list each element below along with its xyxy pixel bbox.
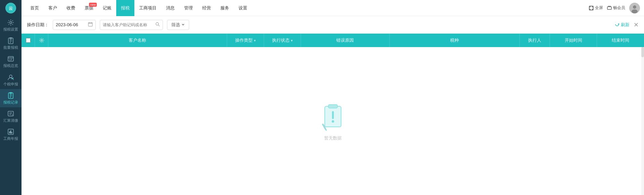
svg-point-6 [9,75,12,78]
table-body: 暂无数据 [22,47,644,195]
search-wrap[interactable] [100,20,163,30]
main-area: 首页客户收费票据new记账报税工商项目消息管理经营服务设置 全屏 畅会员 [22,0,644,195]
empty-text: 暂无数据 [324,135,342,141]
tax-settings-icon [7,19,14,26]
svg-point-19 [41,40,42,41]
nav-item-finance[interactable]: 经营 [198,0,216,16]
svg-rect-16 [88,23,92,26]
svg-point-14 [633,5,636,9]
refresh-icon [615,22,619,28]
svg-point-15 [632,9,638,13]
svg-rect-22 [332,111,334,119]
nav-items: 首页客户收费票据new记账报税工商项目消息管理经营服务设置 [26,0,589,16]
sidebar-label-tax-record: 报税记录 [3,100,18,105]
svg-rect-10 [8,129,13,134]
svg-point-2 [10,22,12,24]
refresh-label: 刷新 [621,22,630,28]
th-checkbox[interactable] [22,34,35,47]
th-start-time: 开始时间 [550,34,597,47]
empty-illustration [318,101,348,131]
svg-rect-11 [589,6,593,10]
nav-item-manage[interactable]: 管理 [179,0,198,16]
close-button[interactable]: ✕ [634,22,639,28]
content-area: 操作日期： 筛 [22,16,644,195]
sidebar-item-batch-tax[interactable]: 批量报税 [0,34,22,52]
tax-record-icon [7,92,14,99]
nav-item-invoice[interactable]: 票据new [80,0,98,16]
sidebar-item-tax-overview[interactable]: 报税总览 [0,52,22,71]
annual-report-icon [7,128,14,135]
nav-item-client[interactable]: 客户 [44,0,62,16]
date-label: 操作日期： [27,22,49,28]
sort-icon-optype: ▾ [254,39,256,42]
sidebar-logo: 云 [0,0,22,16]
topnav-right: 全屏 畅会员 [589,3,640,13]
th-client-name: 客户名称 [48,34,227,47]
svg-rect-12 [607,7,611,9]
logo-icon: 云 [5,3,16,13]
date-input-wrap[interactable] [53,20,96,30]
sort-icon-status: ▾ [291,39,293,42]
toolbar: 操作日期： 筛 [22,16,644,34]
filter-button[interactable]: 筛选 [167,20,189,30]
toolbar-right: 刷新 ✕ [615,22,639,28]
filter-label: 筛选 [171,22,180,28]
user-avatar[interactable] [629,3,640,13]
member-label: 畅会员 [613,5,625,11]
sidebar: 云 报税设置 批量报税 报税总览 个税申报 报税记录 汇算清缴 工商年报 [0,0,22,195]
svg-point-17 [156,23,159,25]
svg-line-18 [158,25,160,26]
th-end-time: 结束时间 [597,34,644,47]
tax-overview-icon [7,55,14,63]
th-exec-status[interactable]: 执行状态 ▾ [264,34,301,47]
nav-item-accounting[interactable]: 记账 [98,0,116,16]
sidebar-item-tax-record[interactable]: 报税记录 [0,89,22,107]
th-executor: 执行人 [520,34,550,47]
top-navigation: 首页客户收费票据new记账报税工商项目消息管理经营服务设置 全屏 畅会员 [22,0,644,16]
personal-tax-icon [7,74,14,81]
batch-tax-icon [7,37,14,44]
sidebar-label-annual-report: 工商年报 [3,136,18,141]
svg-rect-21 [328,105,337,108]
svg-point-23 [332,120,334,123]
empty-state: 暂无数据 [318,101,348,141]
chevron-down-icon [181,22,185,27]
nav-item-message[interactable]: 消息 [161,0,179,16]
calendar-icon [88,22,93,28]
th-gear [35,34,48,47]
th-op-type[interactable]: 操作类型 ▾ [227,34,264,47]
search-icon [155,22,160,28]
sidebar-item-annual-report[interactable]: 工商年报 [0,125,22,144]
th-tax-type: 税种 [390,34,520,47]
select-all-checkbox[interactable] [26,38,31,43]
date-input[interactable] [56,22,86,27]
fullscreen-button[interactable]: 全屏 [589,5,603,11]
scrollbar-thumb[interactable] [641,47,644,57]
svg-text:云: 云 [9,6,13,11]
calc-remit-icon [7,110,14,117]
table-header: 客户名称 操作类型 ▾ 执行状态 ▾ 错误原因 税种 执行人 [22,34,644,47]
fullscreen-label: 全屏 [595,5,603,11]
th-error-reason: 错误原因 [301,34,390,47]
sidebar-item-calc-remit[interactable]: 汇算清缴 [0,107,22,125]
sidebar-label-tax-overview: 报税总览 [3,64,18,68]
nav-item-tax[interactable]: 报税 [116,0,134,16]
sidebar-label-calc-remit: 汇算清缴 [3,118,18,123]
refresh-button[interactable]: 刷新 [615,22,630,28]
sidebar-label-personal-tax: 个税申报 [3,82,18,86]
sidebar-label-tax-settings: 报税设置 [3,27,18,32]
member-button[interactable]: 畅会员 [607,5,625,11]
sidebar-item-personal-tax[interactable]: 个税申报 [0,71,22,89]
sidebar-label-batch-tax: 批量报税 [3,45,18,50]
nav-item-service[interactable]: 服务 [216,0,234,16]
nav-item-billing[interactable]: 收费 [62,0,80,16]
nav-item-settings[interactable]: 设置 [234,0,252,16]
nav-item-home[interactable]: 首页 [26,0,44,16]
nav-badge-invoice: new [89,3,97,7]
table-wrap: 客户名称 操作类型 ▾ 执行状态 ▾ 错误原因 税种 执行人 [22,34,644,195]
svg-rect-5 [8,56,13,61]
sidebar-item-tax-settings[interactable]: 报税设置 [0,16,22,34]
scrollbar[interactable] [641,47,644,195]
nav-item-industry[interactable]: 工商项目 [134,0,161,16]
search-input[interactable] [103,23,153,27]
